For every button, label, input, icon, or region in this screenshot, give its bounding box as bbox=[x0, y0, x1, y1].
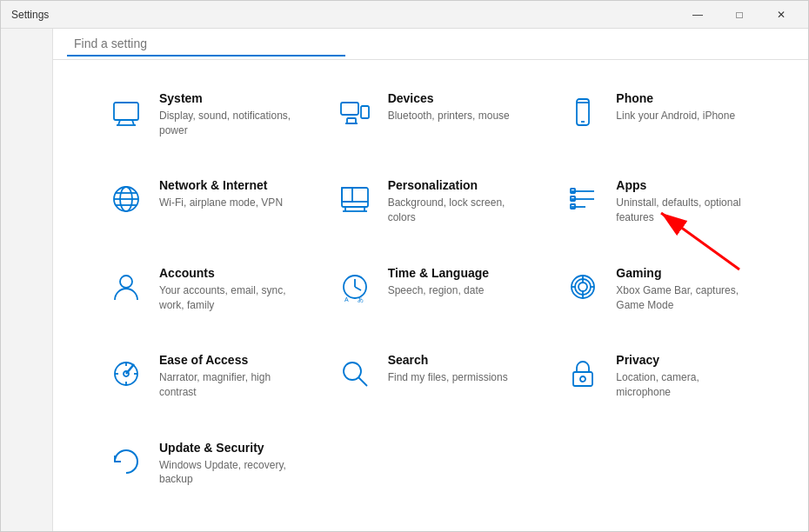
svg-point-50 bbox=[580, 376, 585, 382]
settings-item-search[interactable]: SearchFind my files, permissions bbox=[317, 339, 545, 426]
system-subtitle: Display, sound, notifications, power bbox=[159, 109, 299, 138]
system-text: SystemDisplay, sound, notifications, pow… bbox=[159, 91, 299, 138]
privacy-subtitle: Location, camera, microphone bbox=[616, 370, 756, 400]
svg-rect-5 bbox=[361, 106, 369, 118]
network-title: Network & Internet bbox=[159, 178, 283, 192]
close-button[interactable]: ✕ bbox=[761, 1, 801, 29]
svg-point-28 bbox=[120, 276, 132, 288]
settings-item-ease[interactable]: Ease of AccessNarrator, magnifier, high … bbox=[88, 339, 317, 426]
svg-text:A: A bbox=[344, 296, 349, 303]
search-bar bbox=[53, 29, 808, 60]
update-subtitle: Windows Update, recovery, backup bbox=[159, 458, 299, 488]
search-subtitle: Find my files, permissions bbox=[388, 370, 508, 385]
settings-item-network[interactable]: Network & InternetWi-Fi, airplane mode, … bbox=[88, 164, 317, 251]
svg-rect-49 bbox=[573, 372, 592, 386]
main-panel: SystemDisplay, sound, notifications, pow… bbox=[53, 29, 808, 531]
settings-grid: SystemDisplay, sound, notifications, pow… bbox=[53, 60, 808, 531]
privacy-icon bbox=[562, 353, 604, 395]
devices-subtitle: Bluetooth, printers, mouse bbox=[388, 109, 510, 123]
accounts-text: AccountsYour accounts, email, sync, work… bbox=[159, 266, 299, 313]
settings-item-devices[interactable]: DevicesBluetooth, printers, mouse bbox=[317, 77, 545, 164]
window-title: Settings bbox=[11, 9, 49, 21]
svg-rect-4 bbox=[341, 103, 358, 115]
settings-item-system[interactable]: SystemDisplay, sound, notifications, pow… bbox=[88, 77, 317, 164]
ease-subtitle: Narrator, magnifier, high contrast bbox=[159, 370, 299, 400]
settings-item-time[interactable]: A あ Time & LanguageSpeech, region, date bbox=[317, 252, 545, 339]
apps-icon bbox=[562, 178, 604, 220]
privacy-title: Privacy bbox=[616, 353, 756, 367]
svg-rect-0 bbox=[114, 103, 138, 120]
gaming-icon bbox=[562, 266, 604, 308]
ease-icon bbox=[105, 353, 147, 395]
system-icon bbox=[105, 91, 147, 133]
svg-rect-18 bbox=[342, 188, 352, 202]
search-icon bbox=[334, 353, 376, 395]
search-title: Search bbox=[388, 353, 508, 367]
time-subtitle: Speech, region, date bbox=[388, 283, 489, 298]
accounts-icon bbox=[105, 266, 147, 308]
apps-title: Apps bbox=[616, 178, 756, 192]
ease-text: Ease of AccessNarrator, magnifier, high … bbox=[159, 353, 299, 400]
network-subtitle: Wi-Fi, airplane mode, VPN bbox=[159, 196, 283, 210]
phone-subtitle: Link your Android, iPhone bbox=[616, 109, 735, 123]
apps-text: AppsUninstall, defaults, optional featur… bbox=[616, 178, 756, 225]
time-icon: A あ bbox=[334, 266, 376, 308]
search-input[interactable] bbox=[67, 32, 345, 57]
time-text: Time & LanguageSpeech, region, date bbox=[388, 266, 489, 298]
phone-icon bbox=[562, 91, 604, 133]
svg-line-48 bbox=[358, 377, 367, 386]
search-text: SearchFind my files, permissions bbox=[388, 353, 508, 385]
title-bar: Settings — □ ✕ bbox=[1, 1, 808, 29]
devices-text: DevicesBluetooth, printers, mouse bbox=[388, 91, 510, 123]
system-title: System bbox=[159, 91, 299, 105]
sidebar bbox=[1, 29, 53, 531]
window-controls: — □ ✕ bbox=[678, 1, 801, 29]
minimize-button[interactable]: — bbox=[678, 1, 718, 29]
accounts-subtitle: Your accounts, email, sync, work, family bbox=[159, 283, 299, 313]
ease-title: Ease of Access bbox=[159, 353, 299, 367]
gaming-title: Gaming bbox=[616, 266, 756, 280]
svg-line-31 bbox=[355, 287, 361, 290]
gaming-subtitle: Xbox Game Bar, captures, Game Mode bbox=[616, 283, 756, 313]
settings-item-personalization[interactable]: PersonalizationBackground, lock screen, … bbox=[317, 164, 545, 251]
settings-item-accounts[interactable]: AccountsYour accounts, email, sync, work… bbox=[88, 252, 317, 339]
personalization-text: PersonalizationBackground, lock screen, … bbox=[388, 178, 528, 225]
settings-window: Settings — □ ✕ SystemDisplay, sound, not… bbox=[0, 0, 809, 532]
phone-text: PhoneLink your Android, iPhone bbox=[616, 91, 735, 123]
phone-title: Phone bbox=[616, 91, 735, 105]
content-area: SystemDisplay, sound, notifications, pow… bbox=[1, 29, 808, 531]
time-title: Time & Language bbox=[388, 266, 489, 280]
personalization-subtitle: Background, lock screen, colors bbox=[388, 196, 528, 225]
devices-title: Devices bbox=[388, 91, 510, 105]
settings-item-privacy[interactable]: PrivacyLocation, camera, microphone bbox=[545, 339, 773, 426]
settings-item-gaming[interactable]: GamingXbox Game Bar, captures, Game Mode bbox=[545, 252, 773, 339]
svg-text:あ: あ bbox=[358, 296, 364, 303]
update-icon bbox=[105, 441, 147, 482]
settings-item-phone[interactable]: PhoneLink your Android, iPhone bbox=[545, 77, 773, 164]
gaming-text: GamingXbox Game Bar, captures, Game Mode bbox=[616, 266, 756, 313]
network-text: Network & InternetWi-Fi, airplane mode, … bbox=[159, 178, 283, 210]
accounts-title: Accounts bbox=[159, 266, 299, 280]
personalization-icon bbox=[334, 178, 376, 220]
svg-rect-16 bbox=[342, 188, 368, 207]
update-text: Update & SecurityWindows Update, recover… bbox=[159, 441, 299, 488]
settings-item-update[interactable]: Update & SecurityWindows Update, recover… bbox=[88, 427, 317, 514]
update-title: Update & Security bbox=[159, 441, 299, 455]
personalization-title: Personalization bbox=[388, 178, 528, 192]
apps-subtitle: Uninstall, defaults, optional features bbox=[616, 196, 756, 225]
maximize-button[interactable]: □ bbox=[719, 1, 759, 29]
settings-item-apps[interactable]: AppsUninstall, defaults, optional featur… bbox=[545, 164, 773, 251]
privacy-text: PrivacyLocation, camera, microphone bbox=[616, 353, 756, 400]
network-icon bbox=[105, 178, 147, 220]
svg-point-36 bbox=[578, 283, 587, 291]
devices-icon bbox=[334, 91, 376, 133]
